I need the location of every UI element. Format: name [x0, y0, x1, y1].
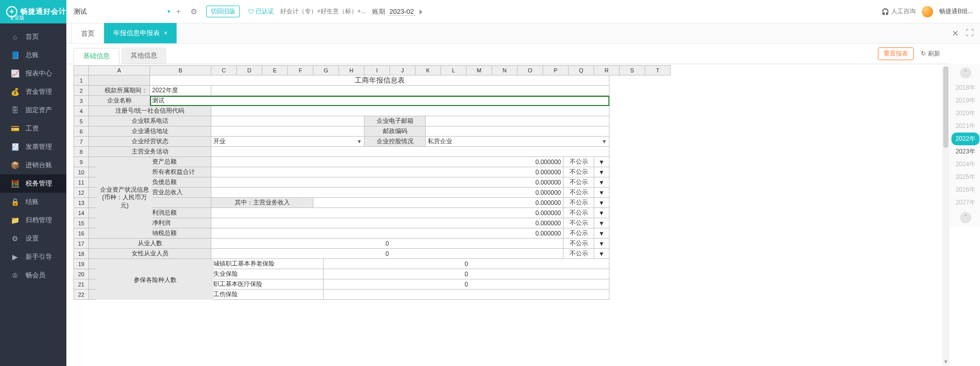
rownum[interactable]: 17 — [74, 239, 89, 249]
period-value[interactable]: 2023-02 — [387, 8, 416, 16]
sidebar-item-1[interactable]: 📘总账 — [0, 46, 66, 64]
company-name-input[interactable]: 测试 — [150, 96, 609, 106]
col-O[interactable]: O — [518, 65, 543, 75]
sidebar-item-0[interactable]: ⌂首页 — [0, 28, 66, 46]
rownum[interactable]: 12 — [74, 188, 89, 198]
value-cell[interactable]: 0.000000 — [211, 218, 564, 228]
rownum[interactable]: 7 — [74, 137, 89, 147]
year-2023年[interactable]: 2023年 — [951, 145, 979, 158]
sidebar-item-5[interactable]: 💳工资 — [0, 119, 66, 138]
sidebar-item-6[interactable]: 🧾发票管理 — [0, 138, 66, 156]
rownum[interactable]: 18 — [74, 249, 89, 259]
col-D[interactable]: D — [237, 65, 262, 75]
year-down-icon[interactable]: ˅ — [960, 212, 971, 223]
rownum[interactable]: 1 — [74, 75, 89, 86]
col-G[interactable]: G — [313, 65, 339, 75]
col-Q[interactable]: Q — [569, 65, 594, 75]
subtab-other[interactable]: 其他信息 — [121, 47, 166, 64]
scroll-thumb[interactable] — [943, 66, 948, 148]
cell[interactable] — [211, 106, 609, 116]
col-P[interactable]: P — [543, 65, 569, 75]
vertical-scrollbar[interactable]: ▲ ▼ — [942, 66, 949, 365]
fullscreen-icon[interactable]: ⛶ — [966, 29, 974, 38]
avatar[interactable] — [922, 6, 933, 17]
value-cell[interactable]: 0.000000 — [211, 167, 564, 177]
rownum[interactable]: 5 — [74, 116, 89, 126]
rownum[interactable]: 6 — [74, 126, 89, 137]
dropdown-icon[interactable]: ▼ — [594, 239, 609, 249]
spreadsheet[interactable]: ABCDEFGHIJKLMNOPQRST 1工商年报信息表2税款所属期间：202… — [74, 65, 945, 366]
year-up-icon[interactable]: ˄ — [960, 67, 971, 79]
year-2022年[interactable]: 2022年 — [951, 133, 979, 145]
rownum[interactable]: 2 — [74, 86, 89, 96]
rownum[interactable]: 3 — [74, 96, 89, 106]
rownum[interactable]: 22 — [74, 290, 89, 300]
col-C[interactable]: C — [211, 65, 237, 75]
cell[interactable] — [211, 116, 364, 126]
col-J[interactable]: J — [390, 65, 415, 75]
rownum[interactable]: 14 — [74, 208, 89, 218]
biz-status-select[interactable]: 开业▼ — [211, 137, 364, 147]
value-cell[interactable] — [324, 290, 609, 300]
col-L[interactable]: L — [441, 65, 467, 75]
rownum[interactable]: 8 — [74, 147, 89, 157]
sidebar-item-8[interactable]: 🧮税务管理 — [0, 174, 66, 193]
gear-icon[interactable]: ⚙ — [190, 7, 197, 16]
reset-report-button[interactable]: 重置报表 — [878, 47, 914, 60]
rownum[interactable]: 13 — [74, 198, 89, 208]
period-go-icon[interactable]: ⏵ — [418, 8, 425, 15]
value-cell[interactable]: 0 — [324, 269, 609, 279]
cell[interactable] — [426, 116, 609, 126]
value-cell[interactable]: 0.000000 — [211, 208, 564, 218]
sidebar-item-12[interactable]: ▶新手引导 — [0, 248, 66, 266]
dropdown-icon[interactable]: ▼ — [594, 157, 609, 167]
value-cell[interactable]: 0 — [324, 279, 609, 290]
col-N[interactable]: N — [492, 65, 518, 75]
dropdown-icon[interactable]: ▼ — [594, 167, 609, 177]
dropdown-icon[interactable]: ▼ — [594, 218, 609, 228]
col-B[interactable]: B — [150, 65, 211, 75]
cell[interactable] — [211, 126, 364, 137]
rownum[interactable]: 21 — [74, 279, 89, 290]
value-cell[interactable]: 0.000000 — [211, 177, 564, 188]
rownum[interactable]: 11 — [74, 177, 89, 188]
col-R[interactable]: R — [594, 65, 620, 75]
dropdown-icon[interactable]: ▼ — [594, 228, 609, 239]
value-cell[interactable]: 0.000000 — [211, 188, 564, 198]
col-S[interactable]: S — [620, 65, 645, 75]
org-selector[interactable]: 测试 ▾ — [74, 7, 170, 16]
sidebar-item-10[interactable]: 📁归档管理 — [0, 211, 66, 229]
rownum[interactable]: 15 — [74, 218, 89, 228]
col-T[interactable]: T — [645, 65, 671, 75]
close-icon[interactable]: × — [164, 30, 167, 37]
add-icon[interactable]: ＋ — [175, 7, 182, 16]
value-cell[interactable]: 0 — [211, 239, 564, 249]
tab-home[interactable]: 首页 — [71, 23, 104, 43]
support-link[interactable]: 🎧人工咨询 — [881, 7, 916, 16]
switch-old-button[interactable]: 切回旧版 — [206, 6, 240, 17]
subtab-basic[interactable]: 基础信息 — [74, 48, 119, 64]
col-E[interactable]: E — [262, 65, 288, 75]
col-A[interactable]: A — [89, 65, 150, 75]
tax-period-value[interactable]: 2022年度 — [150, 86, 211, 96]
refresh-button[interactable]: ↻刷新 — [921, 49, 940, 58]
value-cell[interactable]: 0.000000 — [211, 157, 564, 167]
dropdown-icon[interactable]: ▼ — [594, 177, 609, 188]
dropdown-icon[interactable]: ▼ — [594, 249, 609, 259]
cell[interactable] — [426, 126, 609, 137]
holding-select[interactable]: 私营企业▼ — [426, 137, 609, 147]
rownum[interactable]: 10 — [74, 167, 89, 177]
value-cell[interactable]: 0.000000 — [211, 228, 564, 239]
col-F[interactable]: F — [288, 65, 313, 75]
sidebar-item-4[interactable]: 🗄固定资产 — [0, 101, 66, 119]
rownum[interactable]: 20 — [74, 269, 89, 279]
cell[interactable] — [89, 75, 150, 86]
rownum[interactable]: 9 — [74, 157, 89, 167]
tab-close-all-icon[interactable]: ✕ — [952, 29, 959, 38]
col-M[interactable]: M — [467, 65, 492, 75]
scroll-down-icon[interactable]: ▼ — [942, 358, 949, 365]
sidebar-item-9[interactable]: 🔒结账 — [0, 193, 66, 211]
value-cell[interactable]: 0 — [324, 259, 609, 269]
col-I[interactable]: I — [364, 65, 390, 75]
sidebar-item-7[interactable]: 📦进销台账 — [0, 156, 66, 174]
